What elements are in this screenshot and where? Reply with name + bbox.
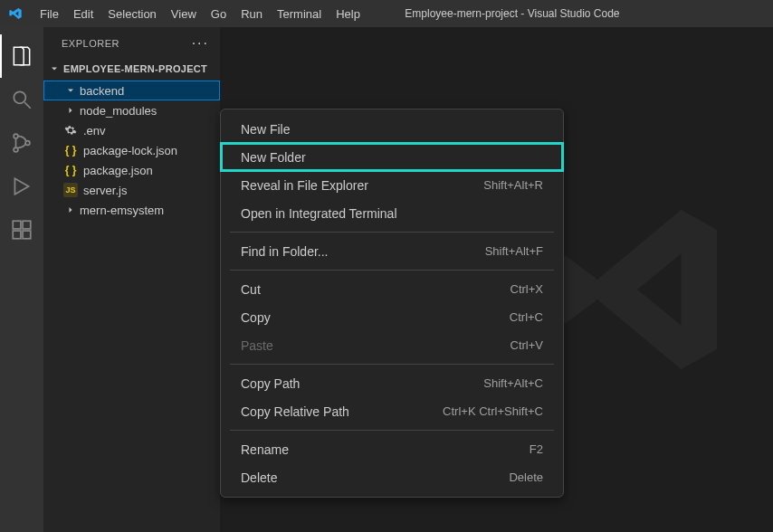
- tree-label: mern-emsystem: [80, 204, 164, 217]
- activity-extensions-icon[interactable]: [0, 208, 43, 252]
- context-menu-item-copy-relative-path[interactable]: Copy Relative PathCtrl+K Ctrl+Shift+C: [221, 397, 563, 425]
- svg-point-1: [14, 134, 18, 138]
- braces-icon: { }: [63, 143, 78, 157]
- context-menu-shortcut: F2: [530, 442, 543, 456]
- svg-point-0: [14, 91, 25, 103]
- context-menu-label: Rename: [241, 442, 289, 457]
- vscode-watermark-icon: [538, 190, 737, 392]
- tree-folder-mern-emsystem[interactable]: mern-emsystem: [43, 200, 220, 220]
- context-menu-shortcut: Ctrl+V: [511, 338, 543, 352]
- svg-rect-5: [13, 231, 21, 239]
- vscode-logo-icon: [7, 5, 24, 22]
- tree-label: node_modules: [80, 104, 157, 118]
- context-menu-separator: [230, 270, 554, 271]
- context-menu-shortcut: Shift+Alt+R: [483, 178, 543, 192]
- context-menu-item-rename[interactable]: RenameF2: [221, 435, 563, 463]
- context-menu-label: Cut: [241, 282, 261, 297]
- svg-point-2: [14, 147, 18, 152]
- context-menu-item-delete[interactable]: DeleteDelete: [221, 463, 563, 491]
- context-menu-label: Copy: [241, 310, 271, 325]
- explorer-sidebar: EXPLORER ··· EMPLOYEE-MERN-PROJECT backe…: [43, 27, 220, 532]
- svg-rect-4: [13, 221, 21, 229]
- context-menu-separator: [230, 364, 554, 365]
- window-title: Employee-mern-project - Visual Studio Co…: [367, 7, 657, 20]
- context-menu-item-open-in-integrated-terminal[interactable]: Open in Integrated Terminal: [221, 199, 563, 227]
- context-menu-item-paste: PasteCtrl+V: [221, 331, 563, 359]
- context-menu-item-copy[interactable]: CopyCtrl+C: [221, 303, 563, 331]
- chevron-right-icon: [63, 103, 78, 118]
- context-menu-shortcut: Delete: [509, 470, 543, 484]
- activity-search-icon[interactable]: [0, 78, 43, 121]
- context-menu-item-cut[interactable]: CutCtrl+X: [221, 275, 563, 303]
- context-menu-item-copy-path[interactable]: Copy PathShift+Alt+C: [221, 369, 563, 397]
- menu-run[interactable]: Run: [234, 0, 270, 27]
- context-menu-shortcut: Ctrl+K Ctrl+Shift+C: [443, 404, 543, 418]
- menu-view[interactable]: View: [164, 0, 204, 27]
- context-menu-separator: [230, 232, 554, 233]
- context-menu-label: New File: [241, 122, 290, 137]
- tree-label: package-lock.json: [83, 144, 177, 157]
- braces-icon: { }: [63, 163, 78, 177]
- js-icon: JS: [63, 183, 78, 197]
- activity-run-debug-icon[interactable]: [0, 165, 43, 208]
- context-menu-shortcut: Ctrl+C: [510, 310, 543, 324]
- chevron-right-icon: [63, 203, 78, 217]
- context-menu-item-new-folder[interactable]: New Folder: [221, 143, 563, 171]
- explorer-title: EXPLORER: [62, 38, 119, 49]
- tree-label: backend: [80, 84, 124, 98]
- gear-icon: [63, 123, 78, 138]
- project-header[interactable]: EMPLOYEE-MERN-PROJECT: [43, 59, 220, 79]
- context-menu-label: Reveal in File Explorer: [241, 178, 368, 193]
- titlebar: File Edit Selection View Go Run Terminal…: [0, 0, 773, 27]
- menu-selection[interactable]: Selection: [100, 0, 163, 27]
- menu-go[interactable]: Go: [204, 0, 234, 27]
- file-tree: backend node_modules .env { } package-lo…: [43, 79, 220, 220]
- context-menu-label: Delete: [241, 470, 277, 485]
- project-name: EMPLOYEE-MERN-PROJECT: [63, 63, 207, 74]
- context-menu-label: New Folder: [241, 150, 306, 165]
- context-menu-label: Find in Folder...: [241, 244, 329, 259]
- tree-file-env[interactable]: .env: [43, 120, 220, 140]
- tree-folder-node-modules[interactable]: node_modules: [43, 100, 220, 120]
- context-menu-label: Open in Integrated Terminal: [241, 206, 397, 221]
- context-menu-label: Paste: [241, 338, 273, 353]
- chevron-down-icon: [63, 83, 78, 98]
- context-menu-label: Copy Relative Path: [241, 404, 349, 419]
- activity-bar: [0, 27, 43, 532]
- context-menu-shortcut: Shift+Alt+C: [483, 376, 543, 390]
- context-menu-shortcut: Ctrl+X: [511, 282, 543, 296]
- context-menu-item-new-file[interactable]: New File: [221, 115, 563, 143]
- tree-file-package-lock[interactable]: { } package-lock.json: [43, 140, 220, 160]
- context-menu-shortcut: Shift+Alt+F: [485, 244, 543, 258]
- tree-folder-backend[interactable]: backend: [43, 81, 220, 100]
- context-menu: New FileNew FolderReveal in File Explore…: [220, 109, 564, 498]
- activity-explorer-icon[interactable]: [0, 34, 43, 78]
- svg-rect-7: [23, 221, 31, 229]
- chevron-down-icon: [47, 62, 62, 76]
- context-menu-item-reveal-in-file-explorer[interactable]: Reveal in File ExplorerShift+Alt+R: [221, 171, 563, 199]
- menu-edit[interactable]: Edit: [66, 0, 100, 27]
- tree-file-server-js[interactable]: JS server.js: [43, 180, 220, 200]
- context-menu-separator: [230, 430, 554, 431]
- context-menu-item-find-in-folder[interactable]: Find in Folder...Shift+Alt+F: [221, 237, 563, 265]
- tree-label: package.json: [83, 164, 153, 177]
- context-menu-label: Copy Path: [241, 376, 300, 391]
- svg-rect-6: [23, 231, 31, 239]
- menu-file[interactable]: File: [33, 0, 66, 27]
- tree-label: .env: [83, 124, 106, 138]
- menu-help[interactable]: Help: [329, 0, 367, 27]
- menu-terminal[interactable]: Terminal: [270, 0, 329, 27]
- explorer-more-icon[interactable]: ···: [192, 35, 209, 52]
- tree-label: server.js: [83, 184, 127, 197]
- activity-source-control-icon[interactable]: [0, 121, 43, 165]
- tree-file-package-json[interactable]: { } package.json: [43, 160, 220, 180]
